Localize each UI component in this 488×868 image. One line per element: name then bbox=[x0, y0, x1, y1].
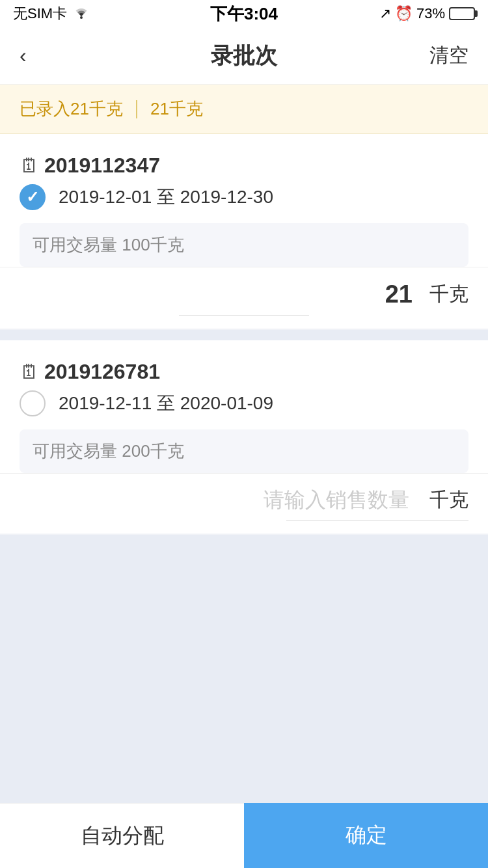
batch1-qty-row: 21 千克 bbox=[0, 267, 488, 329]
batch2-number: 2019126781 bbox=[44, 360, 160, 384]
batch2-input-unit: 千克 bbox=[429, 487, 468, 513]
battery-icon bbox=[449, 7, 475, 20]
status-time: 下午3:04 bbox=[210, 3, 278, 25]
clear-button[interactable]: 清空 bbox=[429, 42, 468, 69]
batch2-available-box: 可用交易量 200千克 bbox=[20, 429, 468, 473]
batch2-qty-input[interactable] bbox=[20, 488, 419, 512]
alarm-icon: ⏰ bbox=[395, 5, 413, 22]
gap1 bbox=[0, 330, 488, 340]
status-bar: 无SIM卡 下午3:04 ↗ ⏰ 73% bbox=[0, 0, 488, 27]
batch1-number: 2019112347 bbox=[44, 154, 160, 178]
info-banner: 已录入21千克 21千克 bbox=[0, 85, 488, 134]
batch2-radio[interactable] bbox=[20, 390, 46, 416]
batch1-icon: 🗓 bbox=[20, 155, 39, 177]
confirm-button[interactable]: 确定 bbox=[244, 803, 488, 868]
batch1-date-range: 2019-12-01 至 2019-12-30 bbox=[59, 185, 273, 210]
auto-distribute-button[interactable]: 自动分配 bbox=[0, 803, 244, 868]
batch2-available: 可用交易量 200千克 bbox=[33, 441, 184, 461]
batch2-underline bbox=[286, 520, 468, 521]
battery-text: 73% bbox=[416, 5, 445, 22]
total-amount: 21千克 bbox=[150, 98, 203, 120]
batch1-qty-unit: 千克 bbox=[429, 281, 468, 308]
empty-area bbox=[0, 535, 488, 803]
info-divider bbox=[136, 100, 137, 118]
batch1-available: 可用交易量 100千克 bbox=[33, 235, 184, 254]
svg-point-0 bbox=[80, 16, 83, 19]
back-button[interactable]: ‹ bbox=[20, 44, 27, 68]
status-left: 无SIM卡 bbox=[13, 4, 90, 23]
carrier-text: 无SIM卡 bbox=[13, 4, 67, 23]
batch1-qty-value: 21 bbox=[385, 280, 413, 308]
batch2-date-row[interactable]: 2019-12-11 至 2020-01-09 bbox=[20, 390, 468, 416]
batch2-card: 🗓 2019126781 2019-12-11 至 2020-01-09 可用交… bbox=[0, 340, 488, 534]
batch1-available-box: 可用交易量 100千克 bbox=[20, 223, 468, 267]
bottom-bar: 自动分配 确定 bbox=[0, 803, 488, 868]
batch2-icon: 🗓 bbox=[20, 361, 39, 383]
batch1-radio[interactable] bbox=[20, 184, 46, 210]
batch1-card: 🗓 2019112347 2019-12-01 至 2019-12-30 可用交… bbox=[0, 134, 488, 329]
batch2-date-range: 2019-12-11 至 2020-01-09 bbox=[59, 391, 273, 416]
batch2-header: 🗓 2019126781 bbox=[20, 360, 468, 384]
status-right: ↗ ⏰ 73% bbox=[379, 5, 475, 22]
batch1-underline bbox=[179, 315, 309, 316]
nav-bar: ‹ 录批次 清空 bbox=[0, 27, 488, 85]
nav-title: 录批次 bbox=[211, 41, 277, 71]
wifi-icon bbox=[72, 5, 90, 23]
recorded-amount: 已录入21千克 bbox=[20, 98, 123, 120]
location-icon: ↗ bbox=[379, 5, 391, 22]
batch1-header: 🗓 2019112347 bbox=[20, 154, 468, 178]
batch1-date-row[interactable]: 2019-12-01 至 2019-12-30 bbox=[20, 184, 468, 210]
batch2-input-row: 千克 bbox=[0, 473, 488, 534]
